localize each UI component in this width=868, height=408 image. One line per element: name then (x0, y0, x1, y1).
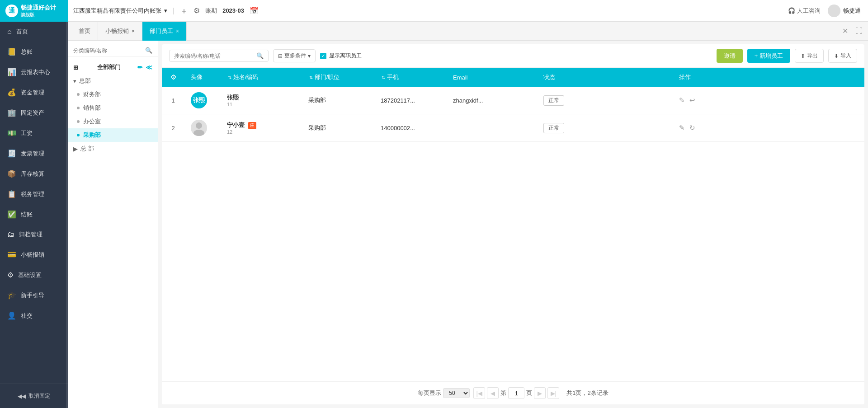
sidebar-item-assets[interactable]: 🏢 固定资产 (0, 103, 68, 123)
name-cell-2: 宁小壹 应 12 (221, 114, 302, 142)
page-size-dropdown[interactable]: 50 100 200 (443, 388, 470, 398)
page-last-button[interactable]: ▶| (547, 387, 559, 399)
archive-icon: 🗂 (7, 230, 14, 239)
cancel-fixed-button[interactable]: ◀◀ 取消固定 (0, 389, 68, 403)
table-header-row: ⚙ 头像 ⇅ 姓名/编码 ⇅ (162, 68, 864, 87)
col-avatar: 头像 (184, 68, 221, 87)
sidebar-item-xiaochang[interactable]: 💳 小畅报销 (0, 244, 68, 265)
dept-node-zongbu[interactable]: ▾ 总部 (68, 74, 158, 88)
name-cell-1: 张熙 11 (221, 87, 302, 114)
export-button[interactable]: ⬆ 导出 (795, 49, 824, 63)
sidebar-label-reports: 云报表中心 (21, 68, 50, 76)
page-input[interactable] (508, 387, 524, 399)
show-resigned-label[interactable]: ✓ 显示离职员工 (320, 52, 362, 60)
emp-search-icon[interactable]: 🔍 (256, 52, 264, 59)
dept-collapse-icon[interactable]: ≪ (146, 64, 152, 71)
all-dept-row[interactable]: ⊞ 全部部门 ✏ ≪ (68, 61, 158, 74)
dept-node-zongbu2[interactable]: ▶ 总 部 (68, 142, 158, 155)
tab-expand-button[interactable]: ⛶ (854, 25, 864, 37)
sidebar-item-adduser[interactable]: 👤 社交 (0, 305, 68, 326)
dept-node-xiaoshoubu[interactable]: 销售部 (68, 101, 158, 115)
dept-node-bangongshi[interactable]: 办公室 (68, 115, 158, 128)
emp-phone-2: 140000002... (381, 125, 415, 131)
email-cell-1: zhangxidf... (447, 87, 537, 114)
sidebar-item-tax[interactable]: 📋 税务管理 (0, 184, 68, 204)
add-emp-label: + 新增员工 (755, 52, 783, 60)
scroll-indicator (66, 22, 68, 408)
sidebar-label-xiaochang: 小畅报销 (21, 251, 44, 259)
total-text: 共1页，2条记录 (566, 389, 608, 397)
sidebar-label-payroll: 工资 (21, 129, 33, 137)
dept-node-label-xiaoshoubu: 销售部 (83, 104, 101, 112)
dept-cell-2: 采购部 (302, 114, 374, 142)
home-icon: ⌂ (7, 28, 12, 36)
settle-icon: ✅ (7, 210, 16, 219)
emp-badge-2: 应 (248, 122, 256, 129)
dept-search-input[interactable] (73, 47, 145, 54)
tree-dot-icon (77, 107, 80, 109)
user-area[interactable]: 畅捷通 (828, 5, 861, 17)
status-cell-1: 正常 (537, 87, 673, 114)
sidebar-item-settings[interactable]: ⚙ 基础设置 (0, 265, 68, 285)
tab-close-deptemployee[interactable]: × (176, 28, 179, 34)
page-prev-button[interactable]: ◀ (487, 387, 499, 399)
add-employee-button[interactable]: + 新增员工 (747, 49, 790, 63)
chevron-down-icon: ▾ (164, 7, 167, 14)
sidebar-item-reports[interactable]: 📊 云报表中心 (0, 62, 68, 82)
invite-label: 邀请 (724, 52, 736, 59)
exit-icon-1[interactable]: ↩ (689, 96, 695, 104)
sidebar-item-inventory[interactable]: 📦 库存核算 (0, 164, 68, 184)
tab-home[interactable]: 首页 (71, 22, 98, 41)
invite-button[interactable]: 邀请 (717, 49, 743, 63)
page-first-button[interactable]: |◀ (473, 387, 485, 399)
user-name: 畅捷通 (843, 7, 861, 15)
add-company-button[interactable]: ＋ (180, 5, 188, 16)
sidebar-item-guide[interactable]: 🎓 新手引导 (0, 285, 68, 305)
tab-close-xiaochang[interactable]: × (132, 28, 135, 34)
logo-area: 通 畅捷通好会计 旗舰版 (0, 0, 68, 22)
sidebar-item-payroll[interactable]: 💵 工资 (0, 123, 68, 143)
tab-deptemployee[interactable]: 部门员工 × (142, 22, 187, 41)
ledger-icon: 📒 (7, 47, 16, 56)
col-settings-icon[interactable]: ⚙ (170, 73, 176, 81)
sidebar-item-funds[interactable]: 💰 资金管理 (0, 82, 68, 103)
avatar-cell-2 (184, 114, 221, 142)
emp-search-input[interactable] (174, 53, 254, 59)
sidebar-label-ledger: 总账 (21, 48, 33, 56)
dept-search-icon[interactable]: 🔍 (145, 47, 152, 54)
dept-node-caigoubu[interactable]: 采购部 (68, 128, 158, 142)
tab-close-window-button[interactable]: ✕ (840, 25, 850, 37)
sort-icon: ⇅ (228, 75, 231, 80)
service-button[interactable]: 🎧 人工咨询 (788, 7, 821, 15)
refresh-icon-2[interactable]: ↻ (689, 124, 695, 132)
filter-button[interactable]: ⊟ 更多条件 ▾ (273, 49, 316, 62)
edit-icon-1[interactable]: ✎ (679, 96, 685, 104)
service-label: 人工咨询 (797, 7, 821, 15)
sidebar-label-settle: 结账 (21, 211, 33, 219)
avatar-cell-1: 张熙 (184, 87, 221, 114)
export-icon: ⬆ (801, 53, 805, 59)
top-bar: 通 畅捷通好会计 旗舰版 江西服宝精品有限责任公司内账张 ▾ | ＋ ⚙ 账期 … (0, 0, 868, 22)
dept-edit-icon[interactable]: ✏ (137, 64, 143, 71)
sidebar-item-invoice[interactable]: 🧾 发票管理 (0, 143, 68, 164)
tree-arrow-icon: ▾ (73, 78, 76, 84)
edit-icon-2[interactable]: ✎ (679, 124, 685, 132)
sidebar-item-ledger[interactable]: 📒 总账 (0, 42, 68, 62)
sidebar-item-settle[interactable]: ✅ 结账 (0, 204, 68, 225)
company-selector[interactable]: 江西服宝精品有限责任公司内账张 ▾ (73, 7, 167, 15)
show-resigned-checkbox[interactable]: ✓ (320, 53, 326, 59)
dept-search-area: 🔍 (68, 44, 158, 57)
tab-xiaochang[interactable]: 小畅报销 × (98, 22, 142, 41)
dept-cell-1: 采购部 (302, 87, 374, 114)
settings-icon[interactable]: ⚙ (193, 6, 200, 15)
col-dept-position: ⇅ 部门/职位 (302, 68, 374, 87)
calendar-icon[interactable]: 📅 (250, 6, 259, 15)
dept-node-caiwubu[interactable]: 财务部 (68, 88, 158, 101)
page-next-button[interactable]: ▶ (534, 387, 546, 399)
xiaochang-icon: 💳 (7, 250, 16, 259)
import-button[interactable]: ⬇ 导入 (828, 49, 857, 63)
guide-icon: 🎓 (7, 291, 16, 300)
dept-node-label-bangongshi: 办公室 (83, 117, 101, 126)
sidebar-item-archive[interactable]: 🗂 归档管理 (0, 225, 68, 244)
sidebar-item-home[interactable]: ⌂ 首页 (0, 22, 68, 42)
